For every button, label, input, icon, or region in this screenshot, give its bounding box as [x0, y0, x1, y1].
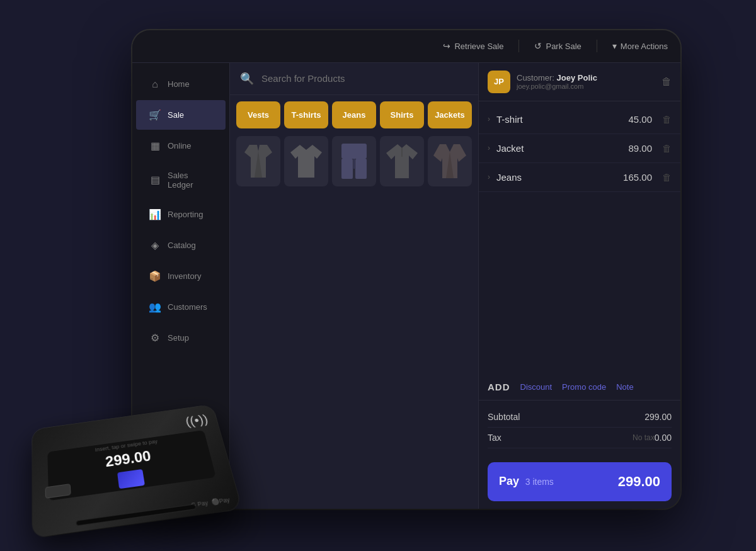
cart-item-price-jeans: 165.00	[623, 172, 652, 183]
customer-email: joey.polic@gmail.com	[517, 82, 655, 90]
cart-item-name-jeans: Jeans	[496, 172, 617, 183]
home-icon: ⌂	[149, 79, 161, 90]
cart-item-name-jacket: Jacket	[496, 143, 622, 154]
pay-items: 3 items	[525, 477, 554, 487]
customer-avatar: JP	[488, 71, 510, 93]
sidebar-item-online[interactable]: ▦ Online	[136, 131, 226, 161]
totals-section: Subtotal 299.00 Tax No tax 0.00	[479, 400, 680, 455]
online-icon: ▦	[149, 140, 161, 152]
jacket-svg	[433, 144, 466, 178]
park-icon: ↺	[534, 41, 542, 51]
cart-icon: 🛒	[149, 109, 161, 121]
inventory-icon: 📦	[149, 270, 161, 282]
product-thumb-5[interactable]	[428, 136, 472, 186]
promo-link[interactable]: Promo code	[562, 382, 606, 392]
pay-text: Pay	[499, 475, 519, 487]
card-reader-screen: Insert, tap or swipe to pay 299.00	[47, 429, 216, 500]
product-thumb-1[interactable]	[236, 136, 280, 186]
vest-svg	[244, 145, 272, 178]
remove-customer-icon[interactable]: 🗑	[662, 76, 672, 88]
retrieve-sale-button[interactable]: ↪ Retrieve Sale	[443, 41, 503, 51]
sidebar-item-customers[interactable]: 👥 Customers	[136, 292, 226, 322]
category-buttons: Vests T-shirts Jeans Shirts Jackets	[230, 95, 478, 132]
topbar-divider-2	[597, 40, 597, 52]
chevron-jacket-icon: ›	[488, 144, 490, 152]
setup-icon: ⚙	[149, 332, 161, 344]
customer-label: Customer:	[517, 73, 557, 82]
pay-button[interactable]: Pay 3 items 299.00	[488, 462, 672, 501]
cart-item-jacket: › Jacket 89.00 🗑	[479, 134, 680, 163]
sidebar-item-inventory[interactable]: 📦 Inventory	[136, 261, 226, 291]
product-thumb-4[interactable]	[380, 136, 424, 186]
topbar-divider-1	[518, 40, 519, 52]
search-icon: 🔍	[240, 72, 254, 86]
delete-tshirt-icon[interactable]: 🗑	[662, 114, 672, 125]
nfc-icon: ((•))	[184, 412, 209, 429]
discount-link[interactable]: Discount	[520, 382, 553, 392]
svg-rect-1	[341, 159, 353, 179]
chevron-jeans-icon: ›	[488, 173, 490, 181]
delete-jeans-icon[interactable]: 🗑	[662, 172, 672, 183]
cart-area: JP Customer: Joey Polic joey.polic@gmail…	[479, 63, 680, 509]
search-input[interactable]	[261, 73, 468, 84]
jeans-svg	[340, 144, 368, 179]
chevron-tshirt-icon: ›	[488, 115, 490, 123]
card-reader-amount: 299.00	[105, 447, 152, 470]
category-jeans[interactable]: Jeans	[332, 101, 376, 128]
pay-left: Pay 3 items	[499, 475, 554, 488]
pay-amount: 299.00	[618, 474, 660, 490]
product-grid	[230, 132, 478, 190]
shirt-svg	[386, 144, 418, 178]
payment-chip	[117, 469, 145, 488]
reporting-icon: 📊	[149, 208, 161, 220]
card-reader: ((•)) Insert, tap or swipe to pay 299.00…	[32, 404, 241, 538]
sidebar-item-sales-ledger[interactable]: ▤ Sales Ledger	[136, 162, 226, 198]
cart-item-price-jacket: 89.00	[628, 143, 652, 154]
top-bar: ↪ Retrieve Sale ↺ Park Sale ▾ More Actio…	[132, 30, 680, 63]
product-thumb-2[interactable]	[284, 136, 328, 186]
svg-rect-0	[341, 144, 367, 159]
pay-button-inner: Pay 3 items 299.00	[499, 474, 660, 490]
cart-item-jeans: › Jeans 165.00 🗑	[479, 163, 680, 192]
retrieve-icon: ↪	[443, 41, 450, 51]
tax-amount: 0.00	[655, 433, 672, 443]
category-vests[interactable]: Vests	[236, 101, 280, 128]
customer-info: Customer: Joey Polic joey.polic@gmail.co…	[517, 73, 655, 90]
category-jackets[interactable]: Jackets	[428, 101, 472, 128]
applepay-label: ⚫Pay	[211, 496, 231, 506]
cart-item-tshirt: › T-shirt 45.00 🗑	[479, 105, 680, 134]
tax-label: Tax	[488, 433, 629, 443]
card-slot	[76, 504, 197, 526]
cart-items: › T-shirt 45.00 🗑 › Jacket 89.00 🗑 › Jea…	[479, 101, 680, 374]
park-sale-button[interactable]: ↺ Park Sale	[534, 41, 581, 51]
cart-item-name-tshirt: T-shirt	[496, 114, 622, 125]
subtotal-amount: 299.00	[644, 412, 672, 422]
svg-rect-2	[355, 159, 367, 179]
add-label: ADD	[488, 382, 510, 392]
product-area: 🔍 Vests T-shirts Jeans Shirts Jackets	[230, 63, 479, 509]
sidebar-item-setup[interactable]: ⚙ Setup	[136, 323, 226, 353]
catalog-icon: ◈	[149, 239, 161, 251]
note-link[interactable]: Note	[616, 382, 633, 392]
sidebar-item-sale[interactable]: 🛒 Sale	[136, 100, 226, 130]
tshirt-svg	[290, 145, 322, 178]
category-shirts[interactable]: Shirts	[380, 101, 424, 128]
sidebar-item-catalog[interactable]: ◈ Catalog	[136, 230, 226, 260]
more-actions-button[interactable]: ▾ More Actions	[612, 41, 668, 51]
category-tshirts[interactable]: T-shirts	[284, 101, 328, 128]
card-reader-brands: G Pay ⚫Pay	[190, 496, 230, 508]
ledger-icon: ▤	[149, 174, 161, 186]
subtotal-row: Subtotal 299.00	[488, 407, 672, 428]
customer-name: Customer: Joey Polic	[517, 73, 655, 82]
sidebar-item-home[interactable]: ⌂ Home	[136, 70, 226, 99]
tax-row: Tax No tax 0.00	[488, 428, 672, 448]
delete-jacket-icon[interactable]: 🗑	[662, 143, 672, 154]
tax-note: No tax	[633, 433, 655, 442]
customers-icon: 👥	[149, 301, 161, 313]
chevron-down-icon: ▾	[612, 41, 617, 51]
cart-item-price-tshirt: 45.00	[628, 114, 652, 125]
subtotal-label: Subtotal	[488, 412, 644, 422]
add-section: ADD Discount Promo code Note	[479, 374, 680, 400]
product-thumb-3[interactable]	[332, 136, 376, 186]
sidebar-item-reporting[interactable]: 📊 Reporting	[136, 200, 226, 229]
